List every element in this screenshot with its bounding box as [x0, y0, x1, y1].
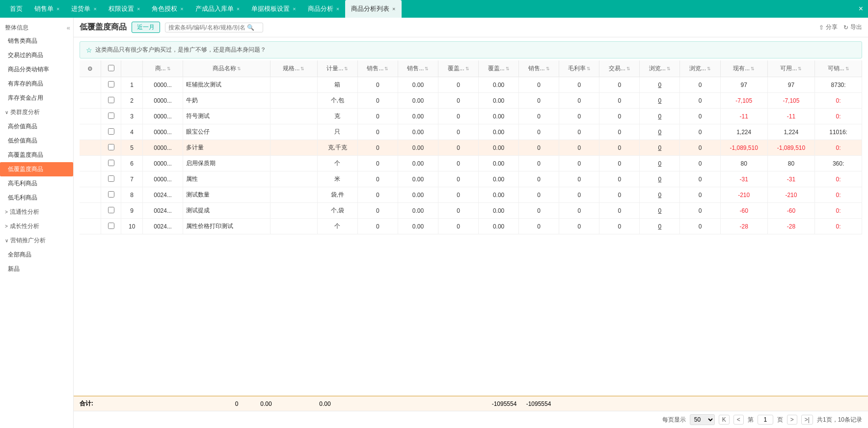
nav-home[interactable]: 首页 [4, 0, 28, 18]
prev-page-button[interactable]: < [733, 415, 744, 425]
sidebar-item-category-rate[interactable]: 商品分类动销率 [0, 62, 73, 77]
nav-product-analysis[interactable]: 商品分析 × [302, 0, 345, 18]
row-checkbox[interactable] [108, 97, 114, 103]
search-icon[interactable]: 🔍 [247, 24, 254, 31]
col-spec[interactable]: 规格...⇅ [270, 60, 317, 77]
col-sales2[interactable]: 销售...⇅ [398, 60, 438, 77]
sidebar-item-high-coverage[interactable]: 高覆盖度商品 [0, 148, 73, 162]
nav-purchase[interactable]: 进货单 × [65, 0, 102, 18]
totals-sales2: 0.00 [251, 400, 281, 407]
col-trade[interactable]: 交易...⇅ [599, 60, 640, 77]
row-checkbox-cell[interactable] [101, 187, 121, 203]
sidebar-item-sales-products[interactable]: 销售类商品 [0, 34, 73, 48]
row-browse1[interactable]: 0 [640, 219, 680, 234]
row-checkbox[interactable] [108, 160, 114, 166]
row-checkbox[interactable] [108, 81, 114, 87]
row-browse1[interactable]: 0 [640, 124, 680, 140]
row-browse1[interactable]: 0 [640, 140, 680, 156]
col-browse1[interactable]: 浏览...⇅ [640, 60, 680, 77]
nav-close-purchase[interactable]: × [93, 6, 96, 12]
select-all-checkbox[interactable] [108, 65, 114, 71]
time-filter-button[interactable]: 近一月 [132, 22, 160, 33]
row-checkbox-cell[interactable] [101, 109, 121, 124]
settings-icon[interactable]: ⚙ [87, 65, 93, 72]
per-page-select[interactable]: 50 100 200 [690, 414, 715, 425]
row-checkbox-cell[interactable] [101, 156, 121, 171]
col-sales1[interactable]: 销售...⇅ [357, 60, 398, 77]
sidebar-item-low-profit[interactable]: 低毛利商品 [0, 191, 73, 205]
col-settings[interactable]: ⚙ [80, 60, 101, 77]
sidebar-group-growth[interactable]: > 成长性分析 [0, 219, 73, 233]
row-browse1[interactable]: 0 [640, 156, 680, 171]
col-unit[interactable]: 计量...⇅ [317, 60, 357, 77]
col-gross[interactable]: 毛利率⇅ [559, 60, 599, 77]
sidebar-item-high-profit[interactable]: 高毛利商品 [0, 176, 73, 191]
sidebar-item-stock-capital[interactable]: 库存资金占用 [0, 91, 73, 105]
nav-close-analysis-list[interactable]: × [392, 6, 395, 12]
row-checkbox[interactable] [108, 128, 114, 135]
col-browse2[interactable]: 浏览...⇅ [680, 60, 720, 77]
row-checkbox-cell[interactable] [101, 219, 121, 234]
row-browse1[interactable]: 0 [640, 203, 680, 219]
sidebar-group-marketing[interactable]: ∨ 营销推广分析 [0, 233, 73, 248]
sidebar-item-low-value[interactable]: 低价值商品 [0, 134, 73, 148]
row-checkbox-cell[interactable] [101, 171, 121, 187]
window-close-button[interactable]: × [859, 4, 863, 13]
sidebar-collapse-icon[interactable]: « [67, 24, 70, 31]
page-input[interactable] [758, 415, 773, 425]
row-available: -7,105 [767, 93, 814, 109]
row-browse1[interactable]: 0 [640, 77, 680, 93]
last-page-button[interactable]: >| [801, 415, 813, 425]
search-input[interactable] [168, 24, 247, 31]
nav-close-role[interactable]: × [180, 6, 183, 12]
nav-close-finished[interactable]: × [237, 6, 240, 12]
nav-close-analysis[interactable]: × [336, 6, 339, 12]
sidebar-item-in-stock[interactable]: 有库存的商品 [0, 77, 73, 91]
content-header: 低覆盖度商品 近一月 🔍 ⇧ 分享 ↻ 导出 [74, 18, 868, 37]
next-page-button[interactable]: > [787, 415, 797, 425]
sidebar-group-circulation[interactable]: > 流通性分析 [0, 205, 73, 219]
row-checkbox[interactable] [108, 175, 114, 182]
col-sales3[interactable]: 销售...⇅ [519, 60, 559, 77]
col-available[interactable]: 可用...⇅ [767, 60, 814, 77]
col-code[interactable]: 商...⇅ [143, 60, 183, 77]
sidebar-group-cluster[interactable]: ∨ 类群度分析 [0, 105, 73, 119]
sidebar-item-all-products[interactable]: 全部商品 [0, 248, 73, 262]
first-page-button[interactable]: K [719, 415, 730, 425]
nav-finished-goods[interactable]: 产成品入库单 × [190, 0, 245, 18]
nav-template-settings[interactable]: 单据模板设置 × [245, 0, 301, 18]
row-checkbox[interactable] [108, 207, 114, 213]
row-browse1[interactable]: 0 [640, 171, 680, 187]
row-checkbox[interactable] [108, 191, 114, 198]
row-checkbox-cell[interactable] [101, 93, 121, 109]
nav-analysis-list[interactable]: 商品分析列表 × [345, 0, 401, 18]
sidebar-item-new-products[interactable]: 新品 [0, 262, 73, 276]
row-sales2: 0.00 [398, 109, 438, 124]
row-browse1[interactable]: 0 [640, 109, 680, 124]
row-checkbox[interactable] [108, 144, 114, 150]
col-cover2[interactable]: 覆盖...⇅ [479, 60, 519, 77]
row-checkbox-cell[interactable] [101, 203, 121, 219]
col-cover1[interactable]: 覆盖...⇅ [438, 60, 478, 77]
row-checkbox[interactable] [108, 113, 114, 119]
nav-role-auth[interactable]: 角色授权 × [146, 0, 189, 18]
col-saleable[interactable]: 可销...⇅ [815, 60, 862, 77]
sidebar-item-high-value[interactable]: 高价值商品 [0, 119, 73, 134]
row-checkbox-cell[interactable] [101, 124, 121, 140]
row-checkbox-cell[interactable] [101, 77, 121, 93]
row-browse1[interactable]: 0 [640, 93, 680, 109]
row-checkbox-cell[interactable] [101, 140, 121, 156]
nav-close-permissions[interactable]: × [137, 6, 140, 12]
export-button[interactable]: ↻ 导出 [843, 23, 862, 31]
sidebar-item-traded-products[interactable]: 交易过的商品 [0, 48, 73, 62]
share-button[interactable]: ⇧ 分享 [819, 23, 838, 31]
nav-close-template[interactable]: × [293, 6, 296, 12]
nav-permissions[interactable]: 权限设置 × [103, 0, 146, 18]
row-browse1[interactable]: 0 [640, 187, 680, 203]
col-current[interactable]: 现有...⇅ [720, 60, 767, 77]
nav-sales-order[interactable]: 销售单 × [28, 0, 65, 18]
sidebar-item-low-coverage[interactable]: 低覆盖度商品 [0, 162, 73, 176]
col-name[interactable]: 商品名称⇅ [183, 60, 271, 77]
nav-close-sales[interactable]: × [56, 6, 59, 12]
row-checkbox[interactable] [108, 223, 114, 229]
